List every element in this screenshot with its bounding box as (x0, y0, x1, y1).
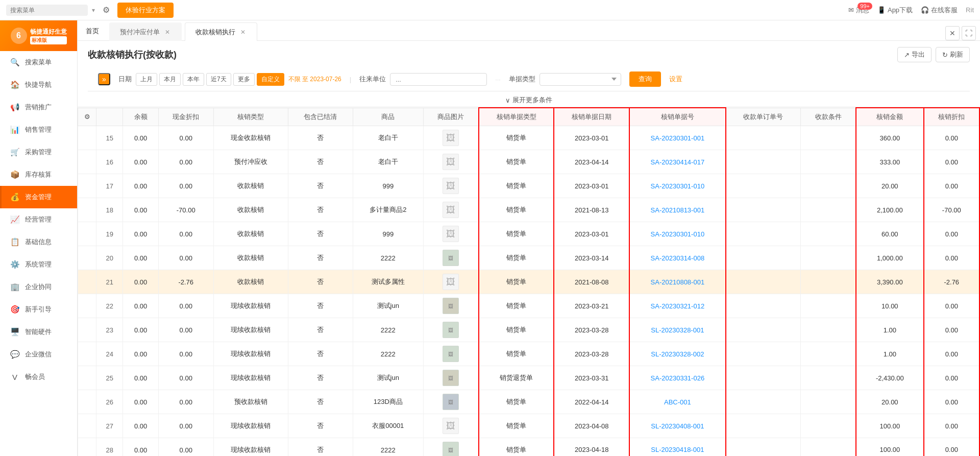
doc-type-select[interactable] (540, 73, 621, 86)
search-btn[interactable]: 查询 (629, 71, 661, 87)
doc-no-link[interactable]: SA-20230301-010 (651, 230, 705, 238)
sidebar-item-company[interactable]: 🏢 企业协同 (0, 276, 77, 298)
sidebar-item-wechat[interactable]: 💬 企业微信 (0, 343, 77, 366)
cell-doc-date: 2023-03-31 (554, 366, 629, 390)
doc-no-link[interactable]: SA-20230414-017 (651, 158, 705, 166)
cell-goods-img: 🖼 (423, 198, 479, 222)
goods-img-placeholder: 🖼 (443, 154, 459, 170)
page-content: 收款核销执行(按收款) ↗ 导出 ↻ 刷新 (78, 41, 980, 456)
cell-doc-no: SL-20230328-002 (629, 342, 725, 366)
sidebar-label-company: 企业协同 (25, 282, 52, 292)
search-icon: 🔍 (10, 57, 20, 67)
cell-seq: 23 (96, 318, 123, 342)
marketing-icon: 📢 (10, 102, 20, 112)
cell-doc-no: SA-20230314-008 (629, 246, 725, 270)
main-content: 首页 预付冲应付单 ✕ 收款核销执行 ✕ ✕ ⛶ 收款核销执行(按收款) (78, 20, 980, 456)
settings-link[interactable]: 设置 (669, 75, 682, 84)
cell-cash-discount: 0.00 (158, 294, 213, 318)
expand-conditions-btn[interactable]: ∨ 展开更多条件 (505, 93, 552, 107)
doc-type-filter-group: 单据类型 (509, 73, 621, 86)
tab-collection-close[interactable]: ✕ (239, 28, 247, 37)
sidebar-item-smart-hw[interactable]: 🖥️ 智能硬件 (0, 321, 77, 343)
tab-home[interactable]: 首页 (78, 22, 107, 40)
cell-goods: 测试jun (353, 366, 423, 390)
date-btn-this-year[interactable]: 本年 (183, 73, 204, 86)
cell-writeoff-amount: 100.00 (856, 414, 923, 438)
doc-no-link[interactable]: SA-20230331-026 (651, 374, 705, 382)
date-btn-more[interactable]: 更多 (233, 73, 255, 86)
sidebar-item-inventory[interactable]: 📦 库存核算 (0, 163, 77, 186)
sidebar-label-guide: 新手引导 (25, 305, 52, 314)
doc-type-label: 单据类型 (509, 75, 535, 84)
date-range-display: 不限 至 2023-07-26 (288, 75, 341, 84)
cell-receipt-condition (801, 366, 856, 390)
breadcrumb-input[interactable] (6, 5, 88, 16)
tab-collection[interactable]: 收款核销执行 ✕ (185, 22, 257, 41)
sidebar-item-operation[interactable]: 📈 经营管理 (0, 208, 77, 231)
doc-no-link[interactable]: SL-20230328-001 (651, 326, 704, 334)
guide-icon: 🎯 (10, 304, 20, 315)
doc-no-link[interactable]: SA-20210813-001 (651, 206, 705, 214)
doc-no-link[interactable]: SL-20230408-001 (651, 422, 704, 430)
cell-doc-type: 销货单 (479, 438, 554, 457)
goods-thumb: 🖼 (443, 298, 459, 314)
sidebar-item-member[interactable]: V 畅会员 (0, 366, 77, 388)
date-btn-7days[interactable]: 近7天 (206, 73, 231, 86)
separator1: | (350, 76, 351, 83)
doc-no-link[interactable]: SA-20230301-010 (651, 182, 705, 190)
sidebar-item-search[interactable]: 🔍 搜索菜单 (0, 51, 77, 74)
date-btn-this-month[interactable]: 本月 (159, 73, 181, 86)
industry-btn[interactable]: 休验行业方案 (117, 3, 174, 18)
party-input[interactable] (390, 73, 487, 86)
tab-prepay-close[interactable]: ✕ (164, 28, 171, 37)
cell-balance: 0.00 (123, 414, 158, 438)
sidebar-item-sales[interactable]: 📊 销售管理 (0, 118, 77, 141)
gear-button[interactable]: ⚙ (99, 3, 113, 17)
sidebar-item-quick-nav[interactable]: 🏠 快捷导航 (0, 74, 77, 96)
date-btn-custom[interactable]: 自定义 (257, 73, 284, 86)
th-settings[interactable]: ⚙ (78, 108, 96, 126)
cell-writeoff-discount: 0.00 (924, 414, 979, 438)
sidebar-item-system[interactable]: ⚙️ 系统管理 (0, 253, 77, 276)
filter-toggle-btn[interactable]: » (98, 73, 110, 85)
cell-seq: 28 (96, 438, 123, 457)
tab-prepay[interactable]: 预付冲应付单 ✕ (109, 22, 182, 41)
cell-writeoff-type: 现金收款核销 (213, 126, 288, 150)
cell-settings (78, 270, 96, 294)
cell-include-settled: 否 (288, 414, 353, 438)
tab-close-all-btn[interactable]: ✕ (945, 26, 960, 40)
sidebar-item-guide[interactable]: 🎯 新手引导 (0, 298, 77, 321)
doc-no-link[interactable]: SL-20230418-001 (651, 446, 704, 453)
sidebar-item-purchase[interactable]: 🛒 采购管理 (0, 141, 77, 163)
sidebar-item-marketing[interactable]: 📢 营销推广 (0, 96, 77, 118)
cell-writeoff-amount: 60.00 (856, 222, 923, 246)
sidebar-item-capital[interactable]: 💰 资金管理 (0, 186, 77, 208)
cell-goods: 2222 (353, 342, 423, 366)
online-service-btn[interactable]: 🎧 在线客服 (921, 6, 958, 15)
doc-no-link[interactable]: SA-20230301-001 (651, 134, 705, 142)
sidebar-item-basic-info[interactable]: 📋 基础信息 (0, 231, 77, 253)
cell-writeoff-amount: 333.00 (856, 150, 923, 174)
doc-no-link[interactable]: SA-20230314-008 (651, 254, 705, 262)
refresh-btn[interactable]: ↻ 刷新 (936, 47, 970, 62)
cell-receipt-order-no (726, 222, 801, 246)
cell-doc-date: 2023-03-21 (554, 294, 629, 318)
doc-no-link[interactable]: SA-20210808-001 (651, 278, 705, 286)
date-btn-last-month[interactable]: 上月 (136, 73, 157, 86)
cell-writeoff-type: 收款核销 (213, 198, 288, 222)
doc-no-link[interactable]: SA-20230321-012 (651, 302, 705, 310)
export-btn[interactable]: ↗ 导出 (897, 47, 932, 62)
tab-fullscreen-btn[interactable]: ⛶ (962, 26, 976, 40)
cell-goods: 老白干 (353, 150, 423, 174)
table-wrapper[interactable]: ⚙ 余额 现金折扣 核销类型 包含已结清 商品 商品图片 核销单据类型 核销单据… (78, 107, 980, 456)
message-btn[interactable]: ✉ 消息 99+ (848, 6, 869, 15)
cell-doc-no: ABC-001 (629, 390, 725, 414)
cell-settings (78, 414, 96, 438)
cell-goods-img: 🖼 (423, 126, 479, 150)
system-icon: ⚙️ (10, 259, 20, 270)
tab-collection-label: 收款核销执行 (195, 28, 235, 37)
doc-no-link[interactable]: SL-20230328-002 (651, 350, 704, 358)
doc-no-link[interactable]: ABC-001 (664, 398, 691, 406)
app-download-btn[interactable]: 📱 App下载 (877, 6, 913, 15)
cell-receipt-condition (801, 150, 856, 174)
